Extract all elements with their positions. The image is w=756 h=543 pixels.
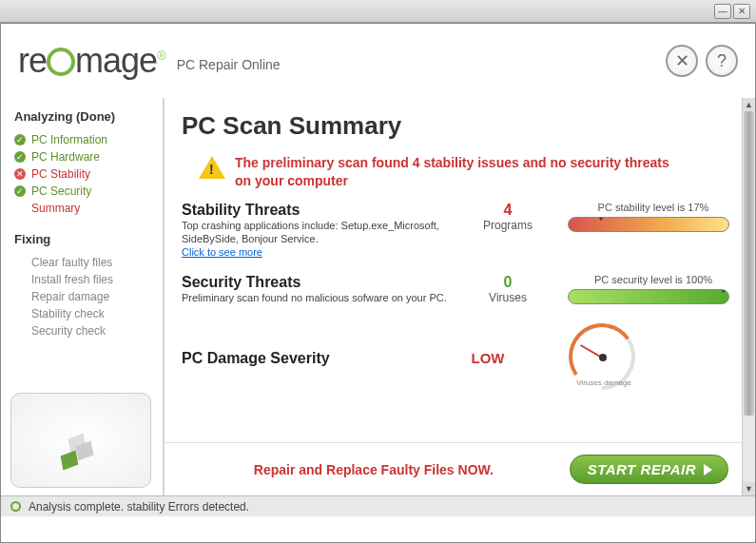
warning-icon <box>199 156 225 179</box>
check-icon: ✓ <box>14 151 26 163</box>
brand-o-icon <box>47 48 75 76</box>
fix-security-check[interactable]: Security check <box>14 322 163 339</box>
error-icon: ✕ <box>14 168 26 180</box>
dial-label: Viruses damage <box>566 379 642 387</box>
step-pc-stability[interactable]: ✕PC Stability <box>14 165 163 183</box>
damage-row: PC Damage Severity LOW Viruses damage <box>182 320 738 397</box>
analyzing-heading: Analyzing (Done) <box>14 109 163 124</box>
status-text: Analysis complete. stability Errors dete… <box>29 500 249 514</box>
stability-gauge-label: PC stability level is 17% <box>568 202 739 213</box>
security-count-number: 0 <box>465 274 551 291</box>
minimize-button[interactable]: — <box>714 4 731 19</box>
fix-stability-check[interactable]: Stability check <box>14 305 163 322</box>
stability-gauge-bar <box>568 217 729 232</box>
help-button[interactable]: ? <box>706 45 738 77</box>
page-title: PC Scan Summary <box>182 111 738 141</box>
gauge-pointer-icon <box>596 217 606 221</box>
tagline: PC Repair Online <box>177 57 281 72</box>
stability-count-number: 4 <box>465 202 551 219</box>
brand-suffix: mage <box>75 41 157 80</box>
gauge-pointer-icon <box>719 289 728 293</box>
brand-prefix: re <box>18 41 47 80</box>
check-icon: ✓ <box>14 134 26 145</box>
stability-block: Stability Threats Top crashing applicati… <box>182 202 448 260</box>
security-gauge-bar <box>568 289 729 304</box>
sidebar: Analyzing (Done) ✓PC Information ✓PC Har… <box>1 98 165 495</box>
security-title: Security Threats <box>182 274 448 291</box>
step-pc-security[interactable]: ✓PC Security <box>14 183 163 200</box>
fix-clear-faulty[interactable]: Clear faulty files <box>14 254 163 271</box>
status-ok-icon <box>10 501 21 512</box>
cube-icon <box>62 436 100 474</box>
security-count-label: Viruses <box>465 291 551 304</box>
help-icon: ? <box>717 51 727 71</box>
check-icon: ✓ <box>14 185 26 197</box>
app-window: remage® PC Repair Online ✕ ? Analyzing (… <box>0 23 756 543</box>
damage-dial: Viruses damage <box>566 320 642 397</box>
security-count: 0 Viruses <box>465 274 551 304</box>
security-gauge: PC security level is 100% <box>568 274 739 304</box>
start-repair-button[interactable]: START REPAIR <box>570 455 728 484</box>
damage-value: LOW <box>448 350 528 366</box>
stability-gauge: PC stability level is 17% <box>568 202 739 232</box>
sidebar-illustration-box <box>10 393 151 488</box>
main-footer: Repair and Replace Faulty Files NOW. STA… <box>165 442 742 495</box>
window-titlebar: — ✕ <box>0 0 756 23</box>
step-pc-hardware[interactable]: ✓PC Hardware <box>14 148 163 165</box>
fix-install-fresh[interactable]: Install fresh files <box>14 271 163 288</box>
stability-count: 4 Programs <box>465 202 551 232</box>
fix-repair-damage[interactable]: Repair damage <box>14 288 163 305</box>
analyzing-list: ✓PC Information ✓PC Hardware ✕PC Stabili… <box>14 131 163 217</box>
scrollbar-thumb[interactable] <box>744 111 754 416</box>
close-button[interactable]: ✕ <box>733 4 750 19</box>
vertical-scrollbar[interactable]: ▲ ▼ <box>742 98 755 495</box>
scroll-up-icon[interactable]: ▲ <box>743 98 755 111</box>
security-desc: Preliminary scan found no malicious sofw… <box>182 291 448 304</box>
step-pc-information[interactable]: ✓PC Information <box>14 131 163 148</box>
damage-label: PC Damage Severity <box>182 350 448 367</box>
registered-mark: ® <box>157 48 165 63</box>
brand-logo: remage® <box>18 41 165 81</box>
fixing-list: Clear faulty files Install fresh files R… <box>14 254 163 339</box>
header: remage® PC Repair Online ✕ ? <box>1 24 755 98</box>
tools-icon: ✕ <box>675 50 689 71</box>
step-summary[interactable]: Summary <box>14 200 163 217</box>
play-icon <box>704 464 712 475</box>
alert-message: The preliminary scan found 4 stability i… <box>235 154 682 190</box>
security-gauge-label: PC security level is 100% <box>568 274 739 285</box>
stability-title: Stability Threats <box>182 202 448 219</box>
scroll-down-icon[interactable]: ▼ <box>743 482 755 495</box>
stability-count-label: Programs <box>465 219 551 232</box>
security-block: Security Threats Preliminary scan found … <box>182 274 448 304</box>
tools-button[interactable]: ✕ <box>666 45 698 77</box>
status-bar: Analysis complete. stability Errors dete… <box>1 495 755 516</box>
alert-row: The preliminary scan found 4 stability i… <box>199 154 738 190</box>
start-repair-label: START REPAIR <box>588 461 696 477</box>
fixing-heading: Fixing <box>14 232 163 246</box>
stability-desc: Top crashing applications include: Setup… <box>182 219 448 246</box>
stability-more-link[interactable]: Click to see more <box>182 246 262 258</box>
footer-message: Repair and Replace Faulty Files NOW. <box>178 462 570 477</box>
main-content: PC Scan Summary The preliminary scan fou… <box>165 98 755 495</box>
